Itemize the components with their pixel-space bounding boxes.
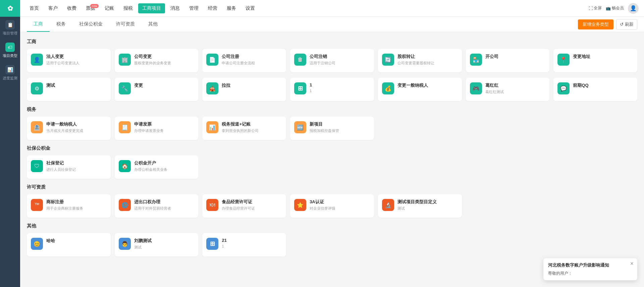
subtab-biz[interactable]: 工商: [27, 17, 50, 32]
card-apply-invoice[interactable]: 🧾 申请发票 办理申请发票业务: [115, 117, 199, 140]
card-desc-test-type: 测试: [397, 206, 458, 211]
subtab-other[interactable]: 其他: [142, 17, 164, 32]
card-haha[interactable]: 😊 哈哈: [27, 233, 111, 257]
invoice-badge: new: [90, 4, 99, 8]
card-icon-change-tax: 💰: [382, 82, 394, 94]
section-title-biz: 工商: [27, 39, 637, 45]
card-title-apply-tax: 申请一般纳税人: [46, 121, 107, 127]
card-change2[interactable]: 🔧 变更: [115, 78, 199, 101]
section-title-other: 其他: [27, 223, 637, 229]
card-new-project[interactable]: 🆕 新项目 报税加税控盘保管: [290, 117, 374, 140]
card-change-address[interactable]: 📍 变更地址: [553, 49, 637, 72]
scroll-body: 工商 👤 法人变更 适用于公司变更法人 🏢 公司变更 股权变更外的业务变更: [20, 32, 644, 287]
card-title-qq: 前期QQ: [573, 82, 633, 88]
card-desc-social-reg: 进行人员社保登记: [46, 167, 107, 172]
card-import-export[interactable]: 🌐 进出口权办理 适用于对外贸易经营者: [115, 194, 199, 218]
notification-title: 河北税务数字账户升级影响通知: [548, 262, 633, 268]
subtabs-right: 新增业务类型 ↺ 刷新: [578, 19, 637, 30]
nav-operation[interactable]: 经营: [204, 3, 221, 13]
card-company-reg[interactable]: 📄 公司注册 申请公司注册全流程: [202, 49, 286, 72]
nav-manage[interactable]: 管理: [185, 3, 203, 13]
card-desc-legal-change: 适用于公司变更法人: [46, 61, 107, 66]
card-title-apply-invoice: 申请发票: [134, 121, 195, 127]
subtab-permit[interactable]: 许可资质: [109, 17, 142, 32]
nav-settings[interactable]: 设置: [241, 3, 259, 13]
sidebar-item-project-type[interactable]: 🏷 项目类型: [0, 39, 20, 62]
refresh-icon: ↺: [620, 22, 624, 27]
card-icon-trademark: ™: [31, 199, 43, 211]
refresh-button[interactable]: ↺ 刷新: [616, 19, 637, 30]
nav-service[interactable]: 服务: [223, 3, 240, 13]
nav-customer[interactable]: 客户: [44, 3, 62, 13]
nav-invoice[interactable]: 票据 new: [82, 3, 99, 13]
card-desc-num21: 1: [222, 244, 282, 249]
card-title-3a-cert: 3A认证: [310, 199, 370, 205]
card-test[interactable]: ⚙ 测试: [27, 78, 111, 101]
progress-monitor-icon: 📊: [5, 65, 15, 74]
nav-accounting[interactable]: 记账: [101, 3, 118, 13]
card-icon-food-permit: 🍽: [206, 199, 218, 211]
card-icon-fund-open: 🏠: [119, 160, 131, 172]
card-title-company-reg: 公司注册: [222, 54, 282, 60]
card-icon-haha: 😊: [31, 238, 43, 250]
subtab-social[interactable]: 社保公积金: [72, 17, 109, 32]
sidebar-item-progress-monitor[interactable]: 📊 进度监测: [0, 62, 20, 84]
card-apply-tax[interactable]: 🏦 申请一般纳税人 当月或次月成变更完成: [27, 117, 111, 140]
card-icon-test: ⚙: [31, 82, 43, 94]
card-fund-open[interactable]: 🏠 公积金开户 办理公积金相关业务: [115, 155, 199, 179]
sidebar-logo[interactable]: ✿: [0, 0, 20, 17]
card-qq[interactable]: 💬 前期QQ: [553, 78, 637, 101]
sidebar-item-project-mgmt[interactable]: 📋 项目管理: [0, 17, 20, 39]
card-icon-new-project: 🆕: [294, 121, 306, 133]
biz-cards-row2: ⚙ 测试 🔧 变更 🎪 拉拉: [27, 78, 637, 101]
card-open-company[interactable]: 🏪 开公司: [466, 49, 550, 72]
nav-home[interactable]: 首页: [25, 3, 43, 13]
card-icon-lala: 🎪: [206, 82, 218, 94]
new-business-type-button[interactable]: 新增业务类型: [578, 19, 613, 29]
card-legal-change[interactable]: 👤 法人变更 适用于公司变更法人: [27, 49, 111, 72]
card-mahong[interactable]: 🎮 葛红红 葛红红测试: [466, 78, 550, 101]
card-3a-cert[interactable]: ⭐ 3A认证 对企业信誉评级: [290, 194, 374, 218]
card-social-reg[interactable]: 🛡 社保登记 进行人员社保登记: [27, 155, 111, 179]
card-change-tax[interactable]: 💰 变更一般纳税人: [378, 78, 462, 101]
card-lala[interactable]: 🎪 拉拉: [202, 78, 286, 101]
nav-bizproject[interactable]: 工商项目: [138, 3, 165, 13]
nav-billing[interactable]: 收费: [63, 3, 80, 13]
card-num21[interactable]: ⊞ 21 1: [202, 233, 286, 257]
vip-button[interactable]: 📺 畅会员: [606, 5, 624, 11]
section-title-permit: 许可资质: [27, 184, 637, 190]
card-icon-apply-invoice: 🧾: [119, 121, 131, 133]
user-avatar[interactable]: 👤: [628, 3, 639, 14]
card-desc-3a-cert: 对企业信誉评级: [310, 206, 370, 211]
card-food-permit[interactable]: 🍽 食品经营许可证 办理食品经营许可证: [202, 194, 286, 218]
notification-close-button[interactable]: ✕: [630, 261, 634, 266]
nav-tax[interactable]: 报税: [119, 3, 137, 13]
card-icon-3a-cert: ⭐: [294, 199, 306, 211]
card-desc-num1: 1: [310, 88, 370, 93]
fullscreen-button[interactable]: ⛶ 全屏: [589, 5, 602, 11]
card-liupeng[interactable]: 👨 刘鹏测试 测试: [115, 233, 199, 257]
card-company-cancel[interactable]: 🗑 公司注销 适用于注销公司: [290, 49, 374, 72]
sidebar: ✿ 📋 项目管理 🏷 项目类型 📊 进度监测: [0, 0, 20, 287]
card-equity-transfer[interactable]: 🔄 股权转让 公司变更需要股权转让: [378, 49, 462, 72]
nav-message[interactable]: 消息: [166, 3, 184, 13]
top-navbar: 首页 客户 收费 票据 new 记账 报税 工商项目 消息 管理 经营 服务 设…: [20, 0, 644, 17]
card-icon-num1: ⊞: [294, 82, 306, 94]
card-icon-company-change: 🏢: [119, 54, 131, 66]
project-type-icon: 🏷: [5, 43, 15, 52]
card-company-change[interactable]: 🏢 公司变更 股权变更外的业务变更: [115, 49, 199, 72]
vip-icon: 📺: [606, 6, 611, 11]
card-desc-trademark: 用于企业商标注册服务: [46, 206, 107, 211]
card-icon-mahong: 🎮: [470, 82, 482, 94]
notification-popup: ✕ 河北税务数字账户升级影响通知 尊敬的用户：: [543, 258, 637, 280]
subtab-tax[interactable]: 税务: [50, 17, 72, 32]
card-num1[interactable]: ⊞ 1 1: [290, 78, 374, 101]
card-trademark[interactable]: ™ 商标注册 用于企业商标注册服务: [27, 194, 111, 218]
card-test-type[interactable]: 🔬 测试项目类型目定义 测试: [378, 194, 462, 218]
section-title-social: 社保公积金: [27, 145, 637, 151]
main-area: 首页 客户 收费 票据 new 记账 报税 工商项目 消息 管理 经营 服务 设…: [20, 0, 644, 287]
card-icon-apply-tax: 🏦: [31, 121, 43, 133]
card-title-num1: 1: [310, 82, 370, 87]
sidebar-item-label: 进度监测: [3, 76, 17, 81]
card-tax-report[interactable]: 📊 税务报道+记账 拿到营业执照的新公司: [202, 117, 286, 140]
